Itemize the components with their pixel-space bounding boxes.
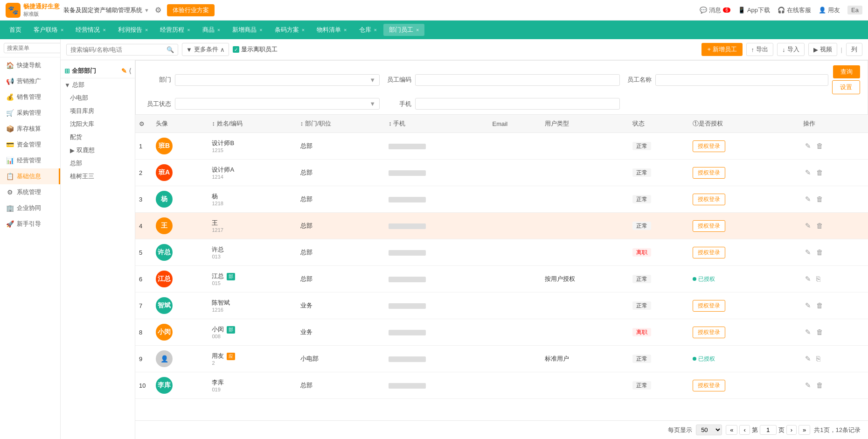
prev-page-button[interactable]: ‹ (739, 425, 750, 435)
query-button[interactable]: 查询 (833, 65, 860, 78)
dept-item-shuanglu[interactable]: ▶ 双鹿想 (61, 144, 135, 157)
dept-item-delivery[interactable]: 配货 (61, 131, 135, 144)
dept-item-xdept[interactable]: 小电部 (61, 91, 135, 105)
delete-button[interactable]: 🗑 (814, 167, 825, 177)
video-button[interactable]: ▶ 视频 (808, 43, 837, 56)
show-leaving-toggle[interactable]: ✓ 显示离职员工 (233, 45, 278, 54)
tab-bom[interactable]: 物料清单 × (311, 24, 352, 36)
dept-item-planting[interactable]: 植树王三 (61, 170, 135, 183)
tab-profit[interactable]: 利润报告 × (112, 24, 153, 36)
edit-button[interactable]: ✎ (803, 247, 813, 258)
auth-login-button[interactable]: 授权登录 (693, 194, 725, 205)
sidebar-item-marketing[interactable]: 📢 营销推广 (0, 73, 60, 89)
close-icon[interactable]: × (344, 27, 347, 33)
auth-login-button[interactable]: 授权登录 (693, 140, 725, 152)
delete-button[interactable]: 🗑 (814, 247, 825, 257)
delete-button[interactable]: 🗑 (814, 194, 825, 204)
last-page-button[interactable]: » (799, 425, 810, 435)
auth-login-button[interactable]: 授权登录 (693, 327, 725, 338)
tab-customer[interactable]: 客户联络 × (28, 24, 69, 36)
close-icon[interactable]: × (187, 27, 190, 33)
close-icon[interactable]: × (374, 27, 377, 33)
tab-add-goods[interactable]: 新增商品 × (227, 24, 268, 36)
add-employee-button[interactable]: + 新增员工 (701, 43, 742, 56)
empstatus-filter-select[interactable]: ▼ (175, 98, 380, 110)
trial-button[interactable]: 体验行业方案 (167, 4, 215, 16)
dept-item-shenyang[interactable]: 沈阳大库 (61, 118, 135, 131)
dept-filter-select[interactable]: ▼ (175, 74, 380, 86)
delete-button[interactable]: 🗑 (814, 380, 825, 390)
tab-operation[interactable]: 经营情况 × (70, 24, 111, 36)
edit-button[interactable]: ✎ (803, 221, 813, 231)
page-number-input[interactable] (760, 425, 777, 435)
edit-button[interactable]: ✎ (803, 327, 813, 337)
sidebar-item-inventory[interactable]: 📦 库存核算 (0, 121, 60, 137)
edit-button[interactable]: ✎ (803, 274, 813, 284)
sidebar-search-input[interactable] (4, 43, 61, 53)
next-page-button[interactable]: › (786, 425, 797, 435)
system-selector[interactable]: 装备及固定资产辅助管理系统 ▼ (63, 6, 149, 14)
user-avatar[interactable]: 👤 用友 (819, 6, 840, 14)
close-icon[interactable]: × (145, 27, 148, 33)
delete-button[interactable]: 🗑 (814, 327, 825, 337)
first-page-button[interactable]: « (726, 425, 737, 435)
edit-button[interactable]: ✎ (803, 354, 813, 364)
import-button[interactable]: ↓ 导入 (777, 43, 805, 56)
dept-item-project[interactable]: 项目库房 (61, 105, 135, 118)
sidebar-item-basic[interactable]: 📋 基础信息 (0, 168, 60, 184)
auth-login-button[interactable]: 授权登录 (693, 300, 725, 312)
auth-login-button[interactable]: 授权登录 (693, 167, 725, 179)
edit-button[interactable]: ✎ (803, 167, 813, 178)
search-input[interactable] (70, 46, 165, 53)
close-icon[interactable]: × (416, 27, 419, 33)
empname-filter-input[interactable] (655, 74, 828, 86)
col-dept-pos[interactable]: ↕ 部门/职位 (297, 115, 385, 133)
tab-home[interactable]: 首页 (4, 24, 27, 36)
online-service-btn[interactable]: 🎧 在线客服 (778, 6, 811, 14)
page-size-select[interactable]: 50 20 100 (696, 425, 722, 435)
empcode-filter-input[interactable] (415, 74, 620, 86)
col-settings-icon[interactable]: ⚙ (135, 115, 152, 133)
sidebar-item-enterprise[interactable]: 🏢 企业协同 (0, 200, 60, 216)
export-button[interactable]: ↑ 导出 (746, 43, 774, 56)
sidebar-item-finance[interactable]: 💳 资金管理 (0, 137, 60, 153)
dept-item-root[interactable]: ▼ 总部 (61, 78, 135, 91)
copy-button[interactable]: ⎘ (814, 354, 822, 363)
more-filter-button[interactable]: ▼ 更多条件 ∧ (182, 43, 229, 56)
close-icon[interactable]: × (103, 27, 105, 33)
close-icon[interactable]: × (61, 27, 63, 33)
close-icon[interactable]: × (217, 27, 220, 33)
sidebar-item-purchase[interactable]: 🛒 采购管理 (0, 105, 60, 121)
edit-button[interactable]: ✎ (803, 194, 813, 204)
tab-goods[interactable]: 商品 × (197, 24, 226, 36)
copy-button[interactable]: ⎘ (814, 274, 822, 284)
sidebar-item-guide[interactable]: 🚀 新手引导 (0, 216, 60, 232)
tab-warehouse[interactable]: 仓库 × (354, 24, 382, 36)
column-settings-button[interactable]: 列 (846, 43, 862, 56)
sidebar-item-sales[interactable]: 💰 销售管理 (0, 89, 60, 105)
close-icon[interactable]: × (302, 27, 305, 33)
reset-button[interactable]: 设置 (832, 80, 860, 94)
message-btn[interactable]: 💬 消息 6 (700, 6, 730, 14)
delete-button[interactable]: 🗑 (814, 221, 825, 230)
sidebar-item-system[interactable]: ⚙ 系统管理 (0, 184, 60, 200)
dept-collapse-icon[interactable]: ⟨ (129, 67, 131, 75)
dept-edit-icon[interactable]: ✎ (121, 67, 127, 75)
dept-item-zongbu[interactable]: 总部 (61, 157, 135, 170)
app-download-btn[interactable]: 📱 App下载 (738, 6, 770, 14)
auth-login-button[interactable]: 授权登录 (693, 220, 725, 232)
sidebar-item-operation-mgmt[interactable]: 📊 经营管理 (0, 153, 60, 168)
settings-icon[interactable]: ⚙ (155, 6, 161, 14)
col-name-code[interactable]: ↕ 姓名/编码 (208, 115, 296, 133)
auth-login-button[interactable]: 授权登录 (693, 380, 725, 391)
delete-button[interactable]: 🗑 (814, 141, 825, 151)
tab-barcode[interactable]: 条码方案 × (269, 24, 310, 36)
col-phone[interactable]: ↕ 手机 (385, 115, 488, 133)
delete-button[interactable]: 🗑 (814, 300, 825, 310)
tab-process[interactable]: 经营历程 × (154, 24, 195, 36)
edit-button[interactable]: ✎ (803, 141, 813, 151)
sidebar-item-quick-nav[interactable]: 🏠 快捷导航 (0, 57, 60, 73)
edit-button[interactable]: ✎ (803, 300, 813, 311)
tab-dept-staff[interactable]: 部门员工 × (383, 24, 424, 36)
edit-button[interactable]: ✎ (803, 380, 813, 390)
